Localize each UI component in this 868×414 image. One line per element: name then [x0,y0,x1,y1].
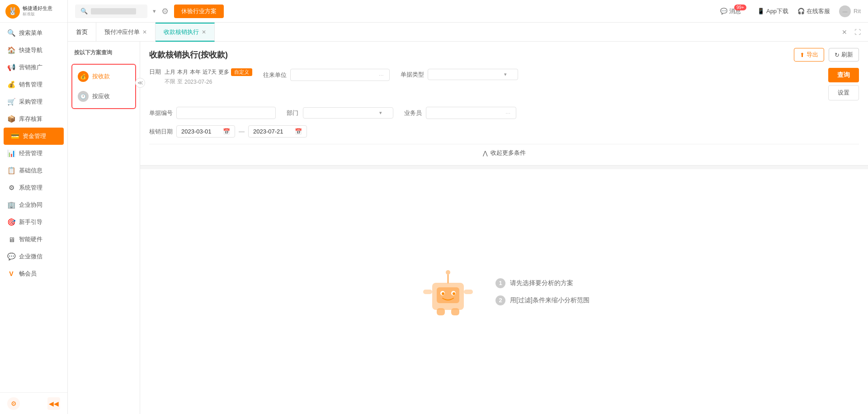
date-shortcut-last-month[interactable]: 上月 [165,68,175,76]
sidebar-label-marketing: 营销推广 [19,63,42,71]
empty-illustration [419,262,477,321]
filter-sidebar-collapse[interactable]: ≪ [135,78,145,88]
sidebar-label-hardware: 智能硬件 [19,235,42,243]
sidebar-item-hardware[interactable]: 🖥 智能硬件 [0,231,67,248]
empty-state: 1 请先选择要分析的方案 2 用[过滤]条件来缩小分析范围 [140,169,868,414]
sidebar-collapse-btn[interactable]: ◀◀ [47,397,60,410]
sidebar-item-member[interactable]: V 畅会员 [0,265,67,282]
date-dash: — [239,128,245,135]
date-field: 日期 上月 本月 本年 近7天 更多 自定义 [149,68,252,86]
clerk-input[interactable]: ··· [426,107,516,119]
date-shortcut-this-year[interactable]: 本年 [190,68,201,76]
tab-home[interactable]: 首页 [68,23,96,42]
sidebar-nav: 🔍 搜索菜单 🏠 快捷导航 📢 营销推广 💰 销售管理 🛒 采购管理 📦 库存核… [0,23,67,392]
party-dots: ··· [379,71,384,78]
member-icon: V [7,270,15,278]
sidebar-item-quick-nav[interactable]: 🏠 快捷导航 [0,42,67,59]
date-custom-badge[interactable]: 自定义 [231,68,252,76]
message-btn[interactable]: 💬 消息 99+ [720,7,741,15]
message-icon: 💬 [720,8,727,14]
topbar-dropdown-icon[interactable]: ▾ [153,8,156,14]
sidebar-item-capital[interactable]: 💳 资金管理 [4,128,64,145]
user-area[interactable]: — Rit [839,5,861,17]
industry-btn[interactable]: 休验行业方案 [174,5,224,18]
message-badge: 99+ [734,5,746,10]
filter-form: 日期 上月 本月 本年 近7天 更多 自定义 [149,68,859,165]
sidebar-item-marketing[interactable]: 📢 营销推广 [0,59,67,76]
dept-field: 部门 ▾ [287,107,393,119]
settings-footer-icon[interactable]: ⚙ [7,397,20,410]
user-avatar: — [839,5,851,17]
close-receipt-cancel-tab[interactable]: ✕ [202,29,206,35]
query-btn[interactable]: 查询 [828,68,859,82]
collapse-more-btn[interactable]: ⋀ 收起更多条件 [149,144,859,159]
header-actions: ⬆ 导出 ↻ 刷新 [794,48,859,62]
clerk-dots: ··· [505,109,510,116]
online-service-btn[interactable]: 🎧 在线客服 [797,7,830,15]
sidebar-item-system[interactable]: ⚙ 系统管理 [0,179,67,196]
inventory-icon: 📦 [7,115,15,123]
guide-icon: 🎯 [7,218,15,226]
expand-tab-btn[interactable]: ⛶ [853,27,863,38]
filter-by-receipt-label: 按收款 [92,72,110,81]
sidebar-item-sales[interactable]: 💰 销售管理 [0,76,67,93]
avatar-placeholder: — [843,9,848,14]
dept-label: 部门 [287,109,299,117]
close-prepay-tab[interactable]: ✕ [142,29,147,35]
topbar-search-box[interactable]: 🔍 [75,5,147,18]
sidebar-item-purchase[interactable]: 🛒 采购管理 [0,93,67,110]
verify-date-end-input[interactable]: 2023-07-21 📅 [248,125,307,138]
app-icon: 📱 [757,8,764,14]
content-area: 收款核销执行(按收款) ⬆ 导出 ↻ 刷新 [140,42,868,414]
tabbar: 首页 预付冲应付单 ✕ 收款核销执行 ✕ ✕ ⛶ [68,23,868,42]
sidebar-item-search[interactable]: 🔍 搜索菜单 [0,24,67,42]
sidebar-item-inventory[interactable]: 📦 库存核算 [0,110,67,128]
dept-select[interactable]: ▾ [303,107,393,119]
topbar-search-placeholder: 🔍 [80,8,91,14]
sidebar-item-wechat[interactable]: 💬 企业微信 [0,248,67,265]
sidebar-label-quick-nav: 快捷导航 [19,46,42,54]
tab-controls: ✕ ⛶ [835,27,868,38]
filter-by-receipt[interactable]: 💰 按收款 [72,67,135,86]
date-shortcut-this-month[interactable]: 本月 [177,68,188,76]
by-receipt-icon: 💰 [78,71,89,82]
refresh-icon: ↻ [835,52,840,58]
svg-point-7 [446,270,450,275]
party-input[interactable]: ··· [290,69,390,81]
sidebar-label-sales: 销售管理 [19,81,42,89]
svg-rect-1 [437,287,459,303]
date-shortcut-more[interactable]: 更多 [218,68,229,76]
refresh-btn[interactable]: ↻ 刷新 [829,48,859,62]
tab-receipt-cancel[interactable]: 收款核销执行 ✕ [156,23,215,42]
doc-type-select[interactable]: ▾ [428,69,518,80]
sidebar-item-operation[interactable]: 📊 经营管理 [0,145,67,162]
page-body: 按以下方案查询 💰 按收款 🕐 按应收 ≪ 收款核销执行(按收款) [68,42,868,414]
empty-hints: 1 请先选择要分析的方案 2 用[过滤]条件来缩小分析范围 [495,278,590,305]
query-btns: 查询 设置 [828,68,859,100]
tab-prepay[interactable]: 预付冲应付单 ✕ [96,23,156,42]
topbar-gear-icon[interactable]: ⚙ [161,6,169,16]
sidebar-item-enterprise[interactable]: 🏢 企业协同 [0,196,67,214]
export-btn[interactable]: ⬆ 导出 [794,48,824,62]
doc-number-label: 单据编号 [149,109,173,117]
verify-date-label: 核销日期 [149,128,173,136]
collapse-more-label: 收起更多条件 [491,149,526,157]
sidebar-item-basic[interactable]: 📋 基础信息 [0,162,67,179]
app-download-btn[interactable]: 📱 App下载 [757,7,788,15]
sidebar-label-inventory: 库存核算 [19,115,42,123]
filter-by-receivable[interactable]: 🕐 按应收 [72,86,135,106]
svg-rect-10 [437,308,445,315]
empty-hint-1: 1 请先选择要分析的方案 [495,278,590,288]
hint-num-1: 1 [495,278,505,288]
wechat-icon: 💬 [7,252,15,261]
verify-date-start-input[interactable]: 2023-03-01 📅 [176,125,235,138]
doc-type-field: 单据类型 ▾ [401,69,518,80]
sidebar-label-enterprise: 企业协同 [19,201,42,209]
doc-number-input[interactable] [176,107,276,119]
settings-btn[interactable]: 设置 [828,85,859,100]
svg-point-5 [453,292,455,295]
date-shortcut-7days[interactable]: 近7天 [203,68,217,76]
close-tab-btn[interactable]: ✕ [840,27,849,38]
page-title: 收款核销执行(按收款) [149,49,228,60]
sidebar-item-guide[interactable]: 🎯 新手引导 [0,214,67,231]
